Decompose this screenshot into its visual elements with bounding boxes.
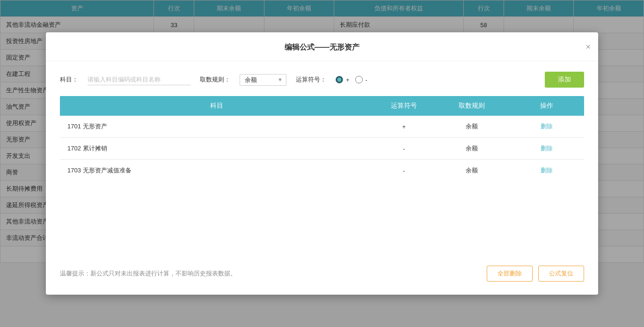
reset-formula-button[interactable]: 公式复位 [538,266,584,282]
operator-minus-text: - [366,76,367,83]
table-cell-subject: 1701 无形资产 [60,116,373,138]
delete-row-button[interactable]: 删除 [541,145,553,152]
table-cell-subject: 1702 累计摊销 [60,138,373,160]
table-cell-operator: - [373,160,434,182]
rule-select-wrap: 余额 借方发生额 贷方发生额 期初余额 ▼ [240,74,286,86]
table-cell-rule: 余额 [434,138,509,160]
delete-row-button[interactable]: 删除 [541,167,553,174]
table-row: 1703 无形资产减值准备-余额删除 [60,160,584,182]
modal-dialog: 编辑公式——无形资产 × 科目： 取数规则： 余额 借方发生额 贷方发生额 期初… [46,32,598,295]
col-subject: 科目 [60,96,373,116]
table-cell-rule: 余额 [434,160,509,182]
operator-plus-label[interactable]: + [336,76,350,83]
table-cell-operator: + [373,116,434,138]
operator-label: 运算符号： [296,75,326,84]
table-cell-action: 删除 [509,160,584,182]
table-cell-subject: 1703 无形资产减值准备 [60,160,373,182]
subject-input[interactable] [88,74,190,85]
modal-header: 编辑公式——无形资产 × [46,32,598,61]
table-cell-action: 删除 [509,116,584,138]
operator-group: + - [336,76,367,83]
form-row: 科目： 取数规则： 余额 借方发生额 贷方发生额 期初余额 ▼ 运算符号： + [46,61,598,96]
table-cell-rule: 余额 [434,116,509,138]
operator-plus-text: + [346,76,350,83]
col-action: 操作 [509,96,584,116]
table-row: 1701 无形资产+余额删除 [60,116,584,138]
modal-overlay: 编辑公式——无形资产 × 科目： 取数规则： 余额 借方发生额 贷方发生额 期初… [0,0,644,327]
col-rule: 取数规则 [434,96,509,116]
modal-footer: 温馨提示：新公式只对未出报表进行计算，不影响历史报表数据。 全部删除 公式复位 [46,254,598,285]
footer-hint: 温馨提示：新公式只对未出报表进行计算，不影响历史报表数据。 [60,269,236,278]
data-table: 科目 运算符号 取数规则 操作 1701 无形资产+余额删除1702 累计摊销-… [60,96,584,181]
modal-title: 编辑公式——无形资产 [285,43,359,51]
operator-plus-radio[interactable] [336,76,343,83]
rule-label: 取数规则： [200,75,230,84]
add-button[interactable]: 添加 [545,72,584,88]
modal-close-button[interactable]: × [585,43,591,51]
subject-label: 科目： [60,75,78,84]
table-cell-action: 删除 [509,138,584,160]
delete-row-button[interactable]: 删除 [541,123,553,130]
delete-all-button[interactable]: 全部删除 [487,266,533,282]
data-table-wrap: 科目 运算符号 取数规则 操作 1701 无形资产+余额删除1702 累计摊销-… [60,96,584,181]
rule-select[interactable]: 余额 借方发生额 贷方发生额 期初余额 [240,74,286,86]
table-cell-operator: - [373,138,434,160]
operator-minus-radio[interactable] [355,76,363,83]
footer-buttons: 全部删除 公式复位 [487,266,584,282]
table-row: 1702 累计摊销-余额删除 [60,138,584,160]
col-operator: 运算符号 [373,96,434,116]
operator-minus-label[interactable]: - [355,76,367,83]
